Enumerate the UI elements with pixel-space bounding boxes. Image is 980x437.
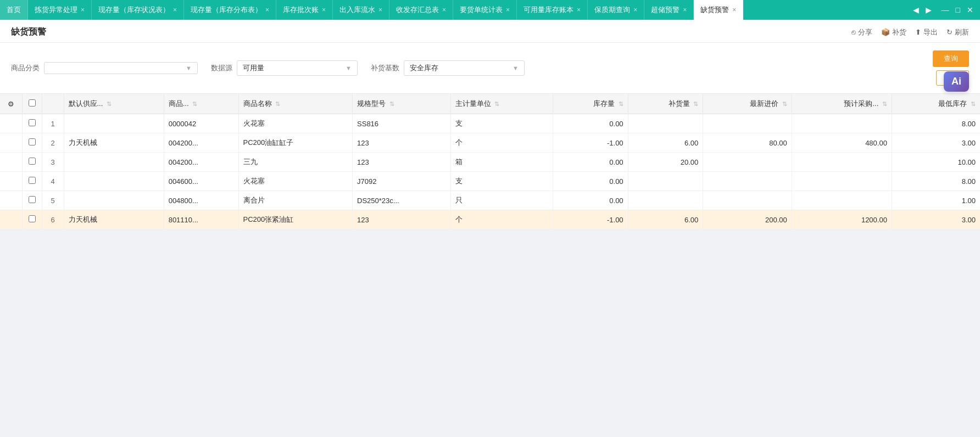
row-checkbox-cell[interactable] [22, 191, 42, 210]
row-code: 004600... [164, 172, 238, 191]
name-sort-icon: ⇅ [275, 100, 280, 107]
row-checkbox-cell[interactable] [22, 133, 42, 153]
tab-close-收发存汇总表[interactable]: × [442, 6, 446, 14]
column-rownum [42, 94, 64, 114]
row-replenish: 6.00 [628, 133, 703, 153]
tab-close-库存批次账[interactable]: × [322, 6, 326, 14]
column-code[interactable]: 商品... ⇅ [164, 94, 238, 114]
tab-bar: 首页 拣货异常处理 × 现存量（库存状况表） × 现存量（库存分布表） × 库存… [0, 0, 980, 20]
table-container: ⚙ 默认供应... ⇅ 商品... ⇅ 商品名称 [0, 94, 980, 229]
tab-close-库存分布表[interactable]: × [265, 6, 269, 14]
row-replenish: 6.00 [628, 210, 703, 229]
row-name: PC200张紧油缸 [238, 210, 353, 229]
tab-缺货预警[interactable]: 缺货预警 × [694, 0, 743, 20]
row-number: 1 [42, 114, 64, 133]
row-stock: 0.00 [553, 153, 628, 172]
column-replenish[interactable]: 补货量 ⇅ [628, 94, 703, 114]
tab-库存批次账[interactable]: 库存批次账 × [276, 0, 333, 20]
row-number: 2 [42, 133, 64, 153]
header-actions: ⎋ 分享 📦 补货 ⬆ 导出 ↻ 刷新 [851, 27, 969, 37]
est-purchase-sort-icon: ⇅ [882, 100, 887, 107]
window-max-btn[interactable]: □ [954, 5, 962, 14]
row-code: 0000042 [164, 114, 238, 133]
column-unit[interactable]: 主计量单位 ⇅ [450, 94, 553, 114]
column-est-purchase[interactable]: 预计采购... ⇅ [792, 94, 892, 114]
row-name: PC200油缸缸子 [238, 133, 353, 153]
row-code: 801110... [164, 210, 238, 229]
row-stock: 0.00 [553, 191, 628, 210]
table-body: 1 0000042 火花塞 SS816 支 0.00 8.00 2 力天机械 0… [0, 114, 980, 229]
tab-异常处理[interactable]: 拣货异常处理 × [28, 0, 92, 20]
tab-home[interactable]: 首页 [0, 0, 28, 20]
tab-close-异常处理[interactable]: × [81, 6, 85, 14]
row-est-purchase: 480.00 [792, 133, 892, 153]
select-all-checkbox[interactable] [29, 99, 36, 107]
column-stock[interactable]: 库存量 ⇅ [553, 94, 628, 114]
tab-出入库流水[interactable]: 出入库流水 × [333, 0, 389, 20]
tab-prev-btn[interactable]: ◀ [910, 0, 922, 20]
ai-badge[interactable]: Ai [944, 71, 969, 92]
latest-price-sort-icon: ⇅ [782, 100, 787, 107]
replenish-filter-group: 补货基数 安全库存 ▼ [371, 60, 525, 76]
row-supplier [64, 153, 164, 172]
column-min-stock[interactable]: 最低库存 ⇅ [892, 94, 980, 114]
row-code: 004200... [164, 133, 238, 153]
row-replenish: 20.00 [628, 153, 703, 172]
tab-超储预警[interactable]: 超储预警 × [644, 0, 694, 20]
table-row: 1 0000042 火花塞 SS816 支 0.00 8.00 [0, 114, 980, 133]
row-name: 火花塞 [238, 114, 353, 133]
row-latest-price: 80.00 [703, 133, 792, 153]
row-checkbox[interactable] [29, 158, 36, 165]
row-checkbox[interactable] [29, 196, 36, 203]
row-name: 三九 [238, 153, 353, 172]
share-button[interactable]: ⎋ 分享 [851, 27, 872, 37]
tab-库存分布表[interactable]: 现存量（库存分布表） × [184, 0, 276, 20]
row-checkbox-cell[interactable] [22, 172, 42, 191]
column-spec[interactable]: 规格型号 ⇅ [353, 94, 451, 114]
replenish-select[interactable]: 安全库存 ▼ [404, 60, 525, 76]
column-latest-price[interactable]: 最新进价 ⇅ [703, 94, 792, 114]
tab-next-btn[interactable]: ▶ [922, 0, 935, 20]
tab-close-库存状况表[interactable]: × [173, 6, 177, 14]
row-latest-price [703, 153, 792, 172]
datasource-filter-group: 数据源 可用量 ▼ [211, 60, 358, 76]
tab-close-超储预警[interactable]: × [683, 6, 687, 14]
category-select[interactable]: ▼ [44, 62, 198, 74]
datasource-select[interactable]: 可用量 ▼ [237, 60, 358, 76]
tab-close-可用量库存账本[interactable]: × [577, 6, 581, 14]
column-gear[interactable]: ⚙ [0, 94, 22, 114]
tab-close-保质期查询[interactable]: × [633, 6, 637, 14]
tab-库存状况表[interactable]: 现存量（库存状况表） × [92, 0, 184, 20]
window-min-btn[interactable]: — [939, 5, 951, 14]
column-supplier[interactable]: 默认供应... ⇅ [64, 94, 164, 114]
row-checkbox[interactable] [29, 119, 36, 126]
tab-close-出入库流水[interactable]: × [378, 6, 382, 14]
row-min-stock: 8.00 [892, 172, 980, 191]
tab-保质期查询[interactable]: 保质期查询 × [588, 0, 644, 20]
tab-可用量库存账本[interactable]: 可用量库存账本 × [517, 0, 588, 20]
query-button[interactable]: 查询 [933, 51, 969, 67]
window-close-btn[interactable]: ✕ [965, 5, 976, 14]
datasource-select-value: 可用量 [243, 63, 264, 73]
row-checkbox-cell[interactable] [22, 210, 42, 229]
row-est-purchase [792, 153, 892, 172]
tab-close-要货单统计表[interactable]: × [506, 6, 510, 14]
row-checkbox[interactable] [29, 215, 36, 222]
row-latest-price [703, 114, 792, 133]
export-button[interactable]: ⬆ 导出 [915, 27, 938, 37]
row-checkbox-cell[interactable] [22, 153, 42, 172]
tab-close-缺货预警[interactable]: × [732, 6, 736, 14]
category-label: 商品分类 [11, 63, 40, 73]
tab-收发存汇总表[interactable]: 收发存汇总表 × [389, 0, 453, 20]
row-checkbox[interactable] [29, 138, 36, 145]
replenish-button[interactable]: 📦 补货 [881, 27, 906, 37]
column-name[interactable]: 商品名称 ⇅ [238, 94, 353, 114]
row-stock: -1.00 [553, 210, 628, 229]
row-checkbox-cell[interactable] [22, 114, 42, 133]
tab-要货单统计表[interactable]: 要货单统计表 × [453, 0, 517, 20]
refresh-button[interactable]: ↻ 刷新 [946, 27, 969, 37]
row-checkbox[interactable] [29, 177, 36, 184]
row-min-stock: 8.00 [892, 114, 980, 133]
row-min-stock: 3.00 [892, 210, 980, 229]
row-latest-price [703, 191, 792, 210]
